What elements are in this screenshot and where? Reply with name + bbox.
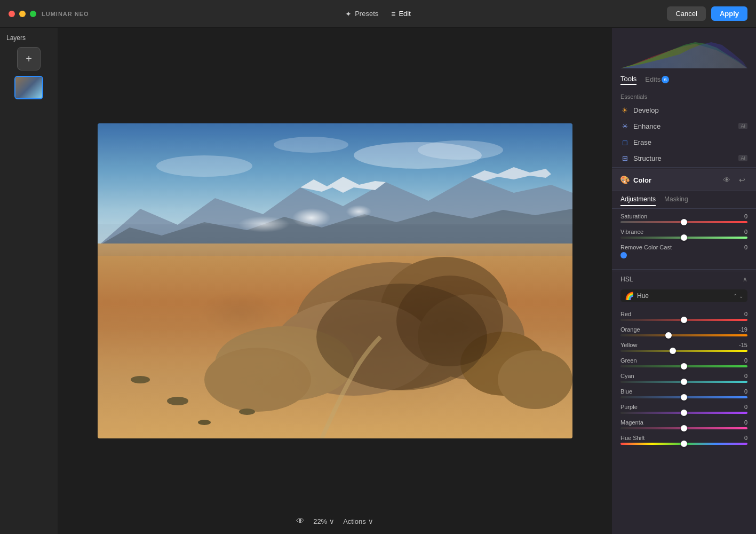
photo-image [98, 123, 572, 438]
enhance-icon: ✳ [620, 122, 629, 130]
apply-button[interactable]: Apply [711, 6, 747, 21]
plus-icon: + [26, 53, 32, 65]
presets-label: Presets [355, 10, 378, 18]
saturation-row: Saturation 0 [620, 213, 747, 223]
hsl-purple-thumb[interactable] [681, 410, 687, 416]
develop-label: Develop [633, 106, 747, 114]
hsl-selector[interactable]: 🌈 Hue ⌃ ⌄ [620, 289, 747, 302]
tab-adjustments[interactable]: Adjustments [620, 195, 656, 206]
saturation-value: 0 [735, 213, 747, 219]
nav-presets[interactable]: ✦ Presets [345, 10, 378, 18]
edit-label: Edit [399, 10, 410, 18]
close-button[interactable] [9, 11, 15, 17]
color-adjustments: Saturation 0 Vibrance 0 Remove Co [612, 209, 756, 268]
hsl-green-label: Green [620, 357, 637, 364]
rcc-label: Remove Color Cast [620, 244, 672, 250]
view-icon[interactable]: 👁 [296, 516, 305, 526]
hsl-blue-track[interactable] [620, 396, 747, 398]
actions-button[interactable]: Actions ∨ [343, 517, 373, 525]
layer-thumbnail[interactable] [14, 76, 43, 99]
hsl-red-value: 0 [735, 311, 747, 317]
vibrance-track[interactable] [620, 237, 747, 239]
histogram-section [612, 28, 756, 73]
titlebar-actions: Cancel Apply [667, 6, 747, 21]
hsl-title: HSL [620, 276, 743, 283]
svg-point-19 [396, 276, 503, 366]
develop-icon: ☀ [620, 106, 629, 114]
hsl-green-thumb[interactable] [681, 363, 687, 370]
edits-badge: 6 [662, 76, 669, 83]
svg-marker-6 [300, 177, 386, 193]
hsl-red-thumb[interactable] [681, 317, 687, 323]
app-title: LUMINAR NEO [42, 11, 89, 17]
hsl-cyan-thumb[interactable] [681, 379, 687, 385]
vibrance-thumb[interactable] [681, 234, 687, 241]
tab-edits[interactable]: Edits6 [645, 75, 669, 85]
rcc-eyedropper[interactable] [620, 252, 627, 258]
divider-2 [612, 269, 756, 270]
color-panel-title: Color [633, 176, 717, 184]
actions-label: Actions [343, 517, 366, 525]
hsl-cyan-track[interactable] [620, 381, 747, 383]
hsl-hueshift-thumb[interactable] [681, 441, 687, 447]
svg-point-10 [295, 262, 487, 390]
svg-point-13 [418, 294, 524, 380]
hsl-magenta-track[interactable] [620, 427, 747, 429]
nav-edit[interactable]: ≡ Edit [391, 10, 411, 18]
edits-label: Edits [645, 75, 660, 83]
structure-ai-badge: AI [738, 155, 747, 161]
hsl-orange-thumb[interactable] [665, 332, 672, 339]
cancel-button[interactable]: Cancel [667, 6, 705, 21]
vibrance-value: 0 [735, 229, 747, 235]
hsl-selector-label: Hue [637, 292, 730, 300]
tab-masking[interactable]: Masking [664, 195, 688, 206]
hsl-purple-track[interactable] [620, 412, 747, 414]
svg-point-21 [239, 409, 255, 415]
photo-container [98, 123, 572, 438]
canvas-area: 👁 22% ∨ Actions ∨ [58, 28, 612, 534]
tool-structure[interactable]: ⊞ Structure AI [612, 150, 756, 166]
hsl-purple-value: 0 [735, 404, 747, 410]
svg-point-3 [156, 155, 252, 177]
svg-point-22 [131, 376, 150, 383]
tool-erase[interactable]: ◻ Erase [612, 134, 756, 150]
saturation-thumb[interactable] [681, 219, 687, 225]
hsl-orange-track[interactable] [620, 334, 747, 336]
reset-icon[interactable]: ↩ [737, 175, 747, 185]
svg-point-4 [274, 137, 348, 153]
saturation-track[interactable] [620, 221, 747, 223]
hsl-sliders: Red 0 Orange -19 Yello [612, 307, 756, 454]
divider-1 [612, 167, 756, 168]
zoom-display[interactable]: 22% ∨ [313, 517, 335, 525]
titlebar-nav: ✦ Presets ≡ Edit [345, 10, 411, 18]
svg-point-1 [354, 142, 482, 169]
tab-tools[interactable]: Tools [620, 75, 636, 85]
layers-label: Layers [6, 34, 26, 42]
hsl-yellow-track[interactable] [620, 350, 747, 352]
structure-label: Structure [633, 154, 734, 162]
hsl-orange-row: Orange -19 [620, 326, 747, 336]
rcc-value: 0 [735, 244, 747, 250]
hsl-yellow-label: Yellow [620, 342, 637, 348]
hsl-header[interactable]: HSL ∧ [612, 271, 756, 287]
add-layer-button[interactable]: + [17, 47, 41, 70]
hsl-magenta-row: Magenta 0 [620, 419, 747, 429]
hsl-hueshift-label: Hue Shift [620, 435, 644, 441]
hsl-blue-thumb[interactable] [681, 394, 687, 400]
zoom-chevron-icon: ∨ [329, 517, 335, 525]
visibility-toggle-icon[interactable]: 👁 [721, 175, 733, 185]
hsl-green-track[interactable] [620, 365, 747, 367]
svg-point-23 [198, 420, 211, 425]
tool-enhance[interactable]: ✳ Enhance AI [612, 118, 756, 134]
hsl-magenta-thumb[interactable] [681, 425, 687, 431]
hsl-orange-value: -19 [735, 326, 747, 333]
hsl-cyan-label: Cyan [620, 373, 634, 379]
hsl-blue-row: Blue 0 [620, 388, 747, 398]
tool-develop[interactable]: ☀ Develop [612, 102, 756, 118]
color-panel-header[interactable]: 🎨 Color 👁 ↩ [612, 169, 756, 191]
hsl-hueshift-track[interactable] [620, 443, 747, 445]
maximize-button[interactable] [30, 11, 36, 17]
minimize-button[interactable] [19, 11, 26, 17]
hsl-red-track[interactable] [620, 319, 747, 321]
hsl-yellow-thumb[interactable] [670, 348, 676, 354]
